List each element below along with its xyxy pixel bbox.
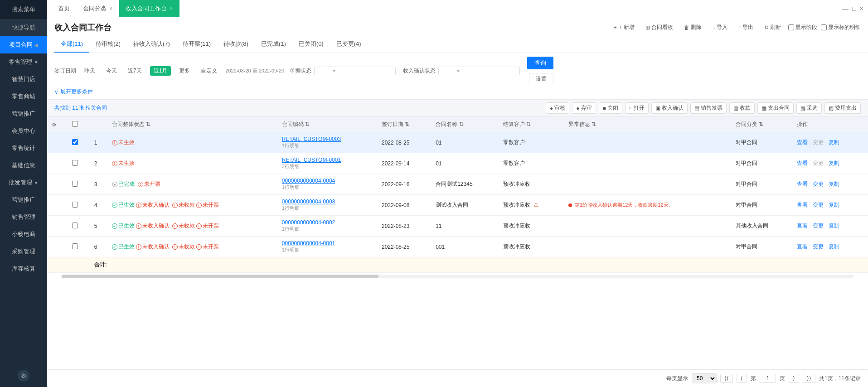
income-confirm-select[interactable]: ▼ [438, 67, 520, 75]
col-code[interactable]: 合同编码 ⇅ [277, 117, 377, 132]
contract-code-link-5[interactable]: 0000000000004-0002 [282, 219, 335, 226]
change-link-5[interactable]: 变更 [813, 222, 824, 230]
page-size-select[interactable]: 50 100 200 [692, 373, 717, 383]
window-close-btn[interactable]: × [860, 5, 863, 12]
toolbar-expense-btn[interactable]: ▨ 费用支出 [824, 102, 861, 114]
toolbar-purchase-btn[interactable]: ▧ 采购 [796, 102, 822, 114]
tab-home[interactable]: 首页 [52, 0, 77, 17]
col-category[interactable]: 合同分类 ⇅ [731, 117, 792, 132]
sub-tab-completed[interactable]: 已完成(1) [255, 36, 292, 53]
toolbar-close-btn[interactable]: ■ 关闭 [599, 102, 622, 114]
col-checkbox[interactable] [68, 117, 89, 132]
copy-link-2[interactable]: 复制 [829, 160, 839, 167]
view-link[interactable]: 查看 [797, 139, 808, 146]
sidebar-settings[interactable]: ⚙ [0, 364, 47, 387]
import-button[interactable]: ↓ 导入 [709, 22, 731, 33]
sidebar-item-retail-mall[interactable]: 零售商城 [0, 88, 47, 105]
date-btn-today[interactable]: 今天 [103, 66, 120, 76]
delete-button[interactable]: 🗑 删除 [680, 22, 705, 33]
sidebar-item-marketing[interactable]: 营销推广 [0, 105, 47, 122]
date-btn-more[interactable]: 更多 [176, 66, 193, 76]
col-status[interactable]: 合同整体状态 ⇅ [107, 117, 277, 132]
copy-link-3[interactable]: 复制 [829, 180, 839, 188]
row-checkbox[interactable] [68, 195, 89, 216]
sub-tab-pending-confirm[interactable]: 待收入确认(7) [127, 36, 176, 53]
sidebar-item-wholesale[interactable]: 批发管理 ▼ [0, 174, 47, 191]
show-stages-checkbox[interactable] [788, 24, 794, 30]
sub-tab-changed[interactable]: 已变更(4) [330, 36, 368, 53]
contract-code-link-4[interactable]: 0000000000004-0003 [282, 198, 335, 205]
export-button[interactable]: ↑ 导出 [735, 22, 757, 33]
expand-more-conditions[interactable]: ∨ 展开更多条件 [54, 88, 861, 96]
col-error[interactable]: 异常信息 ⇅ [564, 117, 731, 132]
sidebar-item-xiaochange[interactable]: 小畅电商 [0, 226, 47, 243]
prev-page-btn[interactable]: ⟨ [737, 374, 747, 383]
toolbar-pay-contract-btn[interactable]: ▦ 支出合同 [757, 102, 794, 114]
change-link-6[interactable]: 变更 [813, 243, 824, 251]
col-settings[interactable]: ⚙ [47, 117, 68, 132]
change-link-3[interactable]: 变更 [813, 180, 824, 188]
customer-warning-icon[interactable]: ⚠ [533, 202, 538, 208]
copy-link[interactable]: 复制 [829, 139, 839, 146]
toolbar-collect-btn[interactable]: ▥ 收款 [729, 102, 755, 114]
copy-link-6[interactable]: 复制 [829, 243, 839, 251]
select-all-checkbox[interactable] [72, 121, 78, 127]
contract-code-link[interactable]: RETAIL_CUSTOM-0003 [282, 136, 341, 142]
sub-tab-pending-audit[interactable]: 待审核(2) [89, 36, 127, 53]
sub-tab-closed[interactable]: 已关闭(0) [292, 36, 330, 53]
row-checkbox[interactable] [68, 153, 89, 174]
change-link-4[interactable]: 变更 [813, 201, 824, 209]
show-details-checkbox[interactable] [821, 24, 827, 30]
col-name[interactable]: 合同名称 ⇅ [431, 117, 499, 132]
toolbar-sales-invoice-btn[interactable]: ▤ 销售发票 [690, 102, 727, 114]
copy-link-4[interactable]: 复制 [829, 201, 839, 209]
first-page-btn[interactable]: ⟨⟨ [720, 374, 733, 383]
toolbar-abandon-btn[interactable]: ● 弃审 [572, 102, 596, 114]
sidebar-item-retail[interactable]: 零售管理 ▼ [0, 53, 47, 71]
refresh-button[interactable]: ↻ 刷新 [761, 22, 785, 33]
last-page-btn[interactable]: ⟩⟩ [803, 374, 815, 383]
sidebar-item-retail-stats[interactable]: 零售统计 [0, 140, 47, 157]
toolbar-income-confirm-btn[interactable]: ▣ 收入确认 [651, 102, 688, 114]
sidebar-search[interactable]: 搜索菜单 [0, 0, 47, 19]
toolbar-open-btn[interactable]: □ 打开 [625, 102, 649, 114]
row-checkbox[interactable] [68, 216, 89, 237]
kanban-button[interactable]: ⊞ 合同看板 [642, 22, 677, 33]
row-checkbox[interactable] [68, 237, 89, 257]
contract-code-link-3[interactable]: 0000000000004-0004 [282, 178, 335, 184]
doc-status-select[interactable]: ▼ [314, 67, 396, 75]
col-customer[interactable]: 结算客户 ⇅ [499, 117, 564, 132]
show-details-checkbox-label[interactable]: 显示标的明细 [821, 24, 861, 31]
tab-contract-cat[interactable]: 合同分类 × [77, 0, 119, 17]
view-link-2[interactable]: 查看 [797, 160, 808, 167]
toolbar-audit-btn[interactable]: ● 审核 [546, 102, 569, 114]
contract-code-link-2[interactable]: RETAIL_CUSTOM-0001 [282, 157, 341, 163]
window-maximize-btn[interactable]: □ [852, 5, 856, 12]
view-link-3[interactable]: 查看 [797, 180, 808, 188]
view-link-5[interactable]: 查看 [797, 222, 808, 230]
sidebar-item-inventory[interactable]: 库存核算 [0, 260, 47, 277]
date-btn-yesterday[interactable]: 昨天 [82, 66, 98, 76]
sidebar-item-purchase[interactable]: 采购管理 [0, 243, 47, 260]
sidebar-item-marketing2[interactable]: 营销推广 [0, 191, 47, 208]
show-stages-checkbox-label[interactable]: 显示阶段 [788, 24, 817, 31]
row-checkbox[interactable] [68, 132, 89, 153]
tab-close-income-contract[interactable]: × [170, 5, 173, 12]
copy-link-5[interactable]: 复制 [829, 222, 839, 230]
date-btn-custom[interactable]: 自定义 [198, 66, 220, 76]
col-sign-date[interactable]: 签订日期 ⇅ [377, 117, 431, 132]
new-button[interactable]: ＋ + 新增 [609, 22, 638, 33]
sidebar-item-member[interactable]: 会员中心 [0, 122, 47, 140]
sub-tab-all[interactable]: 全部(11) [54, 36, 89, 53]
contract-code-link-6[interactable]: 0000000000004-0001 [282, 240, 335, 247]
view-link-4[interactable]: 查看 [797, 201, 808, 209]
sub-tab-pending-payment[interactable]: 待收款(8) [217, 36, 255, 53]
sidebar-item-smart-store[interactable]: 智慧门店 [0, 71, 47, 88]
tab-income-contract[interactable]: 收入合同工作台 × [119, 0, 179, 17]
date-btn-1month[interactable]: 近1月 [150, 66, 171, 76]
date-btn-7days[interactable]: 近7天 [125, 66, 145, 76]
view-link-6[interactable]: 查看 [797, 243, 808, 251]
page-number-input[interactable] [760, 374, 776, 383]
next-page-btn[interactable]: ⟩ [789, 374, 799, 383]
sidebar-quick-nav[interactable]: 快捷导航 [0, 19, 47, 36]
